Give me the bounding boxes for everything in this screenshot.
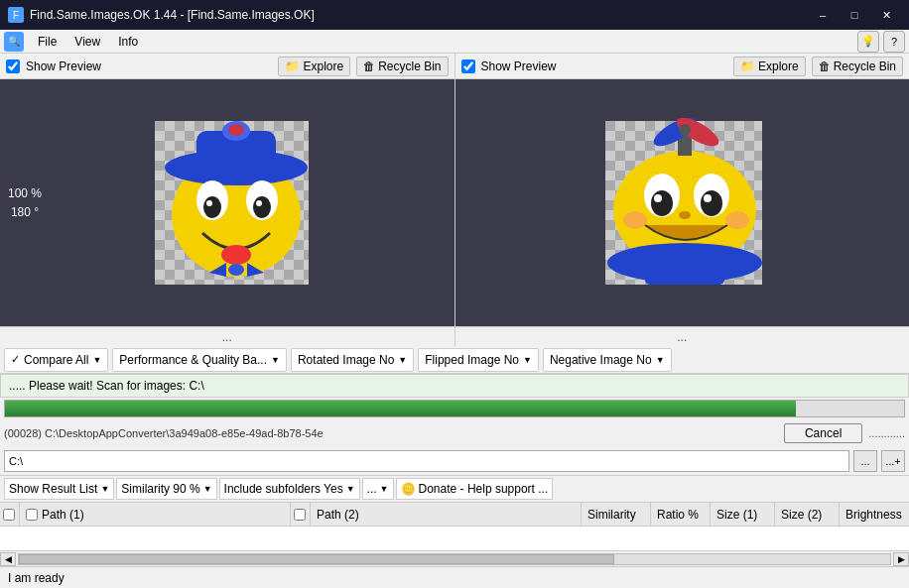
svg-point-39 bbox=[701, 190, 722, 216]
preview-area: Show Preview 📁 Explore 🗑 Recycle Bin 100… bbox=[0, 54, 909, 346]
select-all-checkbox[interactable] bbox=[3, 509, 15, 521]
svg-point-40 bbox=[704, 194, 712, 202]
main-content: Show Preview 📁 Explore 🗑 Recycle Bin 100… bbox=[0, 54, 909, 588]
right-preview-canvas bbox=[455, 79, 910, 326]
path-add-button[interactable]: ...+ bbox=[881, 450, 905, 472]
svg-point-43 bbox=[679, 211, 691, 219]
path1-checkbox[interactable] bbox=[26, 509, 38, 521]
folder-icon: 📁 bbox=[285, 59, 300, 73]
menu-bar: 🔍 File View Info 💡 ? bbox=[0, 30, 909, 54]
th-brightness: Brightness bbox=[840, 503, 909, 526]
recycle-icon-right: 🗑 bbox=[819, 59, 831, 73]
zoom-info: 100 % 180 ° bbox=[8, 183, 42, 221]
app-logo: 🔍 bbox=[4, 32, 24, 52]
donate-icon: 🪙 bbox=[401, 482, 416, 496]
help-icon2[interactable]: ? bbox=[883, 31, 905, 53]
title-text: Find.Same.Images.OK 1.44 - [Find.Same.Im… bbox=[30, 8, 315, 22]
rotated-select[interactable]: Rotated Image No ▼ bbox=[291, 348, 414, 372]
svg-point-14 bbox=[206, 200, 212, 206]
show-result-select[interactable]: Show Result List ▼ bbox=[4, 478, 114, 500]
th-ratio: Ratio % bbox=[651, 503, 711, 526]
flipped-select[interactable]: Flipped Image No ▼ bbox=[418, 348, 539, 372]
right-preview-panel: Show Preview 📁 Explore 🗑 Recycle Bin bbox=[455, 54, 910, 346]
ready-text: I am ready bbox=[8, 571, 65, 585]
svg-rect-30 bbox=[645, 260, 724, 285]
th-path2-checkbox bbox=[291, 503, 311, 526]
th-path1: Path (1) bbox=[20, 503, 291, 526]
th-path2: Path (2) bbox=[311, 503, 582, 526]
results-table: Path (1) Path (2) Similarity Ratio % Siz… bbox=[0, 503, 909, 550]
progress-bar-fill bbox=[5, 401, 796, 416]
svg-point-36 bbox=[651, 190, 673, 216]
scroll-thumb[interactable] bbox=[19, 554, 614, 564]
svg-point-18 bbox=[221, 245, 251, 265]
scan-path-text: (00028) C:\DesktopAppConverter\3a949a08-… bbox=[4, 427, 778, 439]
subfolders-select[interactable]: Include subfolders Yes ▼ bbox=[219, 478, 360, 500]
progress-area: (00028) C:\DesktopAppConverter\3a949a08-… bbox=[0, 398, 909, 447]
recycle-icon: 🗑 bbox=[363, 59, 375, 73]
path-browse-button[interactable]: ... bbox=[853, 450, 877, 472]
svg-point-17 bbox=[256, 200, 262, 206]
controls-row: ✓ Compare All ▼ Performance & Quality Ba… bbox=[0, 346, 909, 374]
right-explore-button[interactable]: 📁 Explore bbox=[733, 57, 806, 76]
progress-dots: ............ bbox=[868, 427, 905, 439]
scan-row: (00028) C:\DesktopAppConverter\3a949a08-… bbox=[0, 419, 909, 447]
table-body bbox=[0, 527, 909, 550]
horizontal-scrollbar[interactable]: ◀ ▶ bbox=[0, 550, 909, 566]
right-toolbar: Show Preview 📁 Explore 🗑 Recycle Bin bbox=[455, 54, 910, 79]
minimize-button[interactable]: – bbox=[808, 5, 838, 25]
filter-row: Show Result List ▼ Similarity 90 % ▼ Inc… bbox=[0, 475, 909, 503]
compare-all-select[interactable]: ✓ Compare All ▼ bbox=[4, 348, 108, 372]
maximize-button[interactable]: □ bbox=[840, 5, 869, 25]
svg-point-21 bbox=[228, 264, 244, 276]
svg-point-41 bbox=[623, 211, 647, 229]
status-scanning-text: ..... Please wait! Scan for images: C:\ bbox=[9, 379, 204, 393]
status-bottom: I am ready bbox=[0, 566, 909, 588]
negative-select[interactable]: Negative Image No ▼ bbox=[543, 348, 672, 372]
donate-button[interactable]: 🪙 Donate - Help support ... bbox=[396, 478, 554, 500]
th-checkbox bbox=[0, 503, 20, 526]
progress-bar-container bbox=[4, 400, 905, 417]
svg-point-34 bbox=[679, 124, 691, 136]
right-more-dots: ... bbox=[455, 326, 910, 346]
svg-point-13 bbox=[203, 196, 221, 218]
similarity-select[interactable]: Similarity 90 % ▼ bbox=[116, 478, 216, 500]
th-size2: Size (2) bbox=[775, 503, 840, 526]
cancel-button[interactable]: Cancel bbox=[784, 423, 862, 443]
title-bar: F Find.Same.Images.OK 1.44 - [Find.Same.… bbox=[0, 0, 909, 30]
select-all-path2-checkbox[interactable] bbox=[294, 509, 306, 521]
menu-view[interactable]: View bbox=[66, 33, 108, 51]
folder-icon-right: 📁 bbox=[740, 59, 755, 73]
menu-file[interactable]: File bbox=[30, 33, 65, 51]
svg-point-37 bbox=[654, 194, 662, 202]
left-preview-panel: Show Preview 📁 Explore 🗑 Recycle Bin 100… bbox=[0, 54, 455, 346]
svg-point-42 bbox=[725, 211, 749, 229]
scroll-left-button[interactable]: ◀ bbox=[0, 552, 16, 566]
table-header: Path (1) Path (2) Similarity Ratio % Siz… bbox=[0, 503, 909, 527]
left-explore-button[interactable]: 📁 Explore bbox=[278, 57, 350, 76]
app-icon: F bbox=[8, 7, 24, 23]
left-smiley-image bbox=[135, 116, 319, 290]
menu-info[interactable]: Info bbox=[110, 33, 146, 51]
left-preview-canvas: 100 % 180 ° bbox=[0, 79, 454, 326]
svg-point-16 bbox=[253, 196, 271, 218]
right-show-preview-checkbox[interactable] bbox=[461, 59, 475, 73]
scroll-right-button[interactable]: ▶ bbox=[893, 552, 909, 566]
svg-point-11 bbox=[228, 124, 244, 136]
performance-select[interactable]: Performance & Quality Ba... ▼ bbox=[112, 348, 287, 372]
status-bar: ..... Please wait! Scan for images: C:\ bbox=[0, 374, 909, 398]
left-show-preview-label: Show Preview bbox=[26, 59, 101, 73]
left-show-preview-checkbox[interactable] bbox=[6, 59, 20, 73]
right-smiley-image bbox=[590, 116, 774, 290]
left-recycle-button[interactable]: 🗑 Recycle Bin bbox=[356, 57, 448, 76]
right-show-preview-label: Show Preview bbox=[481, 59, 557, 73]
path-input[interactable] bbox=[4, 450, 849, 472]
scroll-track[interactable] bbox=[18, 553, 891, 565]
right-recycle-button[interactable]: 🗑 Recycle Bin bbox=[812, 57, 903, 76]
help-icon1[interactable]: 💡 bbox=[857, 31, 879, 53]
extra-select[interactable]: ... ▼ bbox=[362, 478, 394, 500]
close-button[interactable]: ✕ bbox=[871, 5, 901, 25]
th-similarity: Similarity bbox=[582, 503, 651, 526]
left-more-dots: ... bbox=[0, 326, 454, 346]
left-toolbar: Show Preview 📁 Explore 🗑 Recycle Bin bbox=[0, 54, 454, 79]
